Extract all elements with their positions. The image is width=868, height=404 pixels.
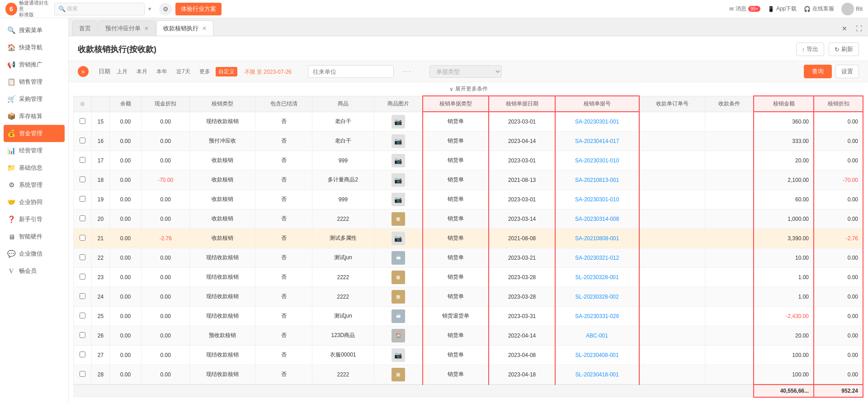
- row-bill-no[interactable]: SA-20210813-001: [555, 170, 639, 190]
- row-balance: 0.00: [110, 131, 142, 151]
- tab-prepay[interactable]: 预付冲应付单 ✕: [99, 20, 156, 36]
- row-included: 否: [255, 170, 312, 190]
- tab-home[interactable]: 首页: [72, 20, 98, 36]
- row-discount: -2.76: [814, 228, 863, 248]
- main-layout: 🔍 搜索菜单 🏠 快捷导航 📢 营销推广 📋 销售管理 🛒 采购管理 📦 库存核…: [0, 18, 868, 404]
- col-settings[interactable]: ⚙: [74, 96, 92, 112]
- row-checkbox[interactable]: [74, 209, 92, 228]
- sidebar-label-quicknav: 快捷导航: [19, 43, 42, 52]
- date-options: 上月 本月 本年 近7天 更多 自定义: [113, 67, 237, 76]
- row-bill-no[interactable]: ABC-001: [555, 326, 639, 345]
- row-goods-img: ▦: [374, 287, 423, 306]
- column-settings-icon[interactable]: ⚙: [80, 101, 85, 107]
- row-checkbox[interactable]: [74, 170, 92, 190]
- tab-receipt[interactable]: 收款核销执行 ✕: [156, 20, 213, 36]
- expand-more-bar[interactable]: ∨ 展开更多条件: [69, 82, 868, 95]
- sidebar-item-sales[interactable]: 📋 销售管理: [0, 73, 68, 90]
- filter-toggle-button[interactable]: »: [78, 66, 89, 77]
- sidebar-item-capital[interactable]: 💰 资金管理: [4, 125, 65, 142]
- tab-close-receipt[interactable]: ✕: [202, 25, 207, 32]
- sidebar-item-quicknav[interactable]: 🏠 快捷导航: [0, 39, 68, 56]
- row-cash-discount: -2.76: [142, 228, 190, 248]
- row-bill-type: 销货单: [423, 248, 489, 267]
- row-order-no: [639, 345, 705, 365]
- top-search-bar[interactable]: 🔍 搜索: [54, 3, 145, 15]
- close-window-icon[interactable]: ✕: [839, 23, 850, 34]
- sales-icon: 📋: [7, 78, 15, 86]
- headset-icon: 🎧: [804, 6, 811, 12]
- message-button[interactable]: ✉ 消息 99+: [729, 5, 760, 13]
- date-more[interactable]: 更多: [196, 67, 214, 76]
- row-included: 否: [255, 267, 312, 287]
- sidebar-item-purchase[interactable]: 🛒 采购管理: [0, 90, 68, 108]
- sidebar-item-enterprise[interactable]: 🤝 企业协同: [0, 194, 68, 211]
- industry-solution-button[interactable]: 体验行业方案: [175, 3, 222, 15]
- date-custom[interactable]: 自定义: [216, 67, 237, 76]
- sidebar-item-member[interactable]: V 畅会员: [0, 262, 68, 280]
- tab-close-prepay[interactable]: ✕: [144, 25, 149, 32]
- row-type: 收款核销: [190, 190, 255, 209]
- row-checkbox[interactable]: [74, 151, 92, 170]
- settings-gear-icon[interactable]: ⚙: [159, 3, 172, 15]
- sidebar-item-inventory[interactable]: 📦 库存核算: [0, 108, 68, 125]
- row-bill-type: 销货单: [423, 267, 489, 287]
- query-button[interactable]: 查询: [804, 65, 832, 78]
- sidebar-item-wechat[interactable]: 💬 企业微信: [0, 245, 68, 262]
- refresh-button[interactable]: ↻ 刷新: [829, 43, 859, 56]
- row-bill-no[interactable]: SA-20230301-010: [555, 151, 639, 170]
- row-bill-no[interactable]: SL-20230328-001: [555, 267, 639, 287]
- bill-type-select[interactable]: 单据类型: [429, 65, 502, 78]
- sidebar-item-operations[interactable]: 📊 经营管理: [0, 142, 68, 159]
- sidebar-item-basic[interactable]: 📁 基础信息: [0, 159, 68, 176]
- app-download-button[interactable]: 📱 App下载: [768, 5, 797, 13]
- setting-button[interactable]: 设置: [835, 65, 859, 78]
- row-bill-no[interactable]: SA-20230314-008: [555, 209, 639, 228]
- row-order-no: [639, 287, 705, 306]
- sidebar-item-hardware[interactable]: 🖥 智能硬件: [0, 228, 68, 245]
- export-button[interactable]: ↑ 导出: [796, 43, 825, 56]
- row-order-no: [639, 131, 705, 151]
- row-checkbox[interactable]: [74, 306, 92, 326]
- row-bill-no[interactable]: SA-20230331-026: [555, 306, 639, 326]
- row-checkbox[interactable]: [74, 345, 92, 365]
- row-cash-discount: 0.00: [142, 306, 190, 326]
- row-bill-no[interactable]: SL-20230418-001: [555, 365, 639, 385]
- row-checkbox[interactable]: [74, 112, 92, 131]
- row-bill-no[interactable]: SA-20230321-012: [555, 248, 639, 267]
- from-unit-input[interactable]: [308, 65, 394, 78]
- row-bill-no[interactable]: SA-20210808-001: [555, 228, 639, 248]
- row-checkbox[interactable]: [74, 228, 92, 248]
- row-condition: [705, 365, 754, 385]
- row-checkbox[interactable]: [74, 287, 92, 306]
- sidebar-item-marketing[interactable]: 📢 营销推广: [0, 56, 68, 73]
- row-bill-no[interactable]: SL-20230328-002: [555, 287, 639, 306]
- row-bill-no[interactable]: SA-20230414-017: [555, 131, 639, 151]
- dropdown-icon[interactable]: ▾: [148, 5, 156, 13]
- row-checkbox[interactable]: [74, 365, 92, 385]
- date-this-month[interactable]: 本月: [133, 67, 151, 76]
- maximize-icon[interactable]: ⛶: [854, 23, 864, 34]
- sidebar-item-system[interactable]: ⚙ 系统管理: [0, 176, 68, 194]
- sidebar-item-guide[interactable]: ❓ 新手引导: [0, 211, 68, 228]
- user-avatar[interactable]: Rit: [841, 3, 863, 15]
- row-goods: 2222: [312, 365, 374, 385]
- online-service-button[interactable]: 🎧 在线客服: [804, 5, 834, 13]
- row-bill-no[interactable]: SL-20230408-001: [555, 345, 639, 365]
- date-this-year[interactable]: 本年: [153, 67, 171, 76]
- row-bill-date: 2023-03-28: [489, 267, 555, 287]
- date-last-month[interactable]: 上月: [113, 67, 131, 76]
- date-7days[interactable]: 近7天: [173, 67, 194, 76]
- row-checkbox[interactable]: [74, 190, 92, 209]
- expand-label: 展开更多条件: [455, 85, 488, 93]
- row-bill-no[interactable]: SA-20230301-010: [555, 190, 639, 209]
- row-discount: -70.00: [814, 170, 863, 190]
- row-checkbox[interactable]: [74, 267, 92, 287]
- row-bill-no[interactable]: SA-20230301-001: [555, 112, 639, 131]
- row-checkbox[interactable]: [74, 326, 92, 345]
- row-checkbox[interactable]: [74, 131, 92, 151]
- row-id: 27: [92, 345, 110, 365]
- col-condition: 收款条件: [705, 96, 754, 112]
- sidebar-item-search[interactable]: 🔍 搜索菜单: [0, 22, 68, 39]
- row-checkbox[interactable]: [74, 248, 92, 267]
- row-id: 18: [92, 170, 110, 190]
